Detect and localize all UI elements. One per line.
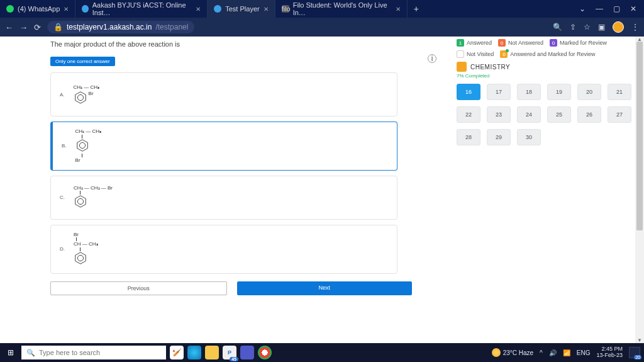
minimize-icon[interactable]: — <box>596 4 603 13</box>
aakash-icon <box>214 5 221 13</box>
question-number-16[interactable]: 16 <box>457 84 480 100</box>
star-icon[interactable]: ☆ <box>584 23 591 31</box>
browser-tab[interactable]: filo Filo Student: World's Only Live In…… <box>275 0 408 18</box>
question-number-18[interactable]: 18 <box>517 84 541 100</box>
question-number-29[interactable]: 29 <box>487 129 511 145</box>
molecule-diagram: CH₂ — CH₃ Br <box>75 128 102 164</box>
file-explorer-icon[interactable] <box>205 346 219 359</box>
question-number-27[interactable]: 27 <box>608 106 631 123</box>
option-b[interactable]: B. CH₂ — CH₃ Br <box>50 122 397 171</box>
question-number-25[interactable]: 25 <box>547 106 571 123</box>
new-tab-button[interactable]: + <box>408 4 425 14</box>
menu-icon[interactable]: ⋮ <box>631 23 639 31</box>
windows-taskbar: ⊞ 🔍 Type here to search 🏏 P45 23°C Haze … <box>0 343 644 362</box>
address-bar: ← → ⟳ 🔒 testplayerv1.aakash.ac.in/testpa… <box>0 18 644 37</box>
question-number-23[interactable]: 23 <box>487 106 511 123</box>
answered-icon: 1 <box>457 39 464 47</box>
browser-tab[interactable]: (4) WhatsApp ✕ <box>0 0 75 18</box>
profile-avatar[interactable] <box>613 21 624 33</box>
browser-titlebar: (4) WhatsApp ✕ Aakash BYJU'S iACST: Onli… <box>0 0 644 18</box>
filo-icon: filo <box>282 5 289 13</box>
question-number-22[interactable]: 22 <box>457 106 480 123</box>
powerpoint-icon[interactable]: P45 <box>223 346 236 359</box>
close-window-icon[interactable]: ✕ <box>630 4 636 13</box>
subject-title: CHEMISTRY <box>470 64 510 71</box>
not-answered-icon: 0 <box>498 39 506 47</box>
share-icon[interactable]: ⇪ <box>570 23 576 31</box>
tab-title: Aakash BYJU'S iACST: Online Inst… <box>92 1 192 16</box>
close-icon[interactable]: ✕ <box>196 6 201 13</box>
legend-label: Not Visited <box>467 51 494 57</box>
legend-label: Marked for Review <box>560 40 607 46</box>
molecule-diagram: CH₂ — CH₂ — Br <box>74 185 113 210</box>
aakash-icon <box>82 5 89 13</box>
svg-point-1 <box>79 142 85 148</box>
maximize-icon[interactable]: ▢ <box>613 4 620 13</box>
search-icon: 🔍 <box>26 349 35 357</box>
question-number-17[interactable]: 17 <box>487 84 511 100</box>
search-placeholder: Type here to search <box>39 349 100 356</box>
close-icon[interactable]: ✕ <box>264 6 269 13</box>
back-icon[interactable]: ← <box>5 23 13 32</box>
question-panel: The major product of the above reaction … <box>0 37 450 343</box>
scroll-thumb[interactable] <box>636 42 643 230</box>
close-icon[interactable]: ✕ <box>396 6 401 13</box>
option-c[interactable]: C. CH₂ — CH₂ — Br <box>50 176 397 220</box>
question-number-19[interactable]: 19 <box>547 84 571 100</box>
chrome-icon[interactable] <box>258 346 272 359</box>
browser-tab-active[interactable]: Test Player ✕ <box>208 0 275 18</box>
option-label: C. <box>60 195 65 200</box>
cortana-icon[interactable]: 🏏 <box>170 346 184 359</box>
taskbar-search[interactable]: 🔍 Type here to search <box>21 346 166 359</box>
scrollbar[interactable]: ▲ ▼ <box>635 37 644 343</box>
panel-icon[interactable]: ▣ <box>598 23 605 31</box>
completion-text: 7% Completed <box>457 73 638 79</box>
question-number-21[interactable]: 21 <box>608 84 631 100</box>
answer-type-badge: Only one correct answer <box>50 57 115 66</box>
question-palette: 1Answered 0Not Answered 0Marked for Revi… <box>450 37 644 343</box>
browser-tab[interactable]: Aakash BYJU'S iACST: Online Inst… ✕ <box>75 0 208 18</box>
option-label: A. <box>60 92 65 98</box>
forward-icon[interactable]: → <box>19 23 28 32</box>
legend-label: Answered <box>467 40 492 46</box>
scroll-down-icon[interactable]: ▼ <box>635 337 644 343</box>
question-text: The major product of the above reaction … <box>50 40 443 48</box>
answered-marked-icon: 0 <box>500 50 508 58</box>
molecule-diagram: Br CH — CH₃ <box>74 232 98 267</box>
legend-label: Answered and Marked for Review <box>510 51 595 57</box>
info-icon[interactable]: i <box>428 54 436 63</box>
whatsapp-icon <box>6 5 14 13</box>
edge-icon[interactable] <box>187 346 201 359</box>
option-d[interactable]: D. Br CH — CH₃ <box>50 225 397 274</box>
clock[interactable]: 2:45 PM 13-Feb-23 <box>596 346 623 359</box>
question-number-24[interactable]: 24 <box>517 106 541 123</box>
search-icon[interactable]: 🔍 <box>553 23 562 31</box>
svg-point-0 <box>77 94 83 100</box>
chevron-up-icon[interactable]: ^ <box>540 349 543 356</box>
language-indicator[interactable]: ENG <box>577 349 591 356</box>
question-number-20[interactable]: 20 <box>577 84 601 100</box>
start-button[interactable]: ⊞ <box>4 346 18 359</box>
reload-icon[interactable]: ⟳ <box>34 23 41 32</box>
weather-widget[interactable]: 23°C Haze <box>492 348 533 357</box>
question-number-28[interactable]: 28 <box>457 129 480 145</box>
weather-text: 23°C Haze <box>503 349 533 356</box>
sun-icon <box>492 348 501 357</box>
notification-icon[interactable] <box>629 347 640 358</box>
tab-title: Test Player <box>225 5 259 13</box>
url-path: /testpanel <box>155 23 188 31</box>
legend-label: Not Answered <box>508 40 543 46</box>
tab-title: Filo Student: World's Only Live In… <box>293 1 392 16</box>
question-number-26[interactable]: 26 <box>577 106 601 123</box>
teams-icon[interactable] <box>240 346 254 359</box>
chevron-down-icon[interactable]: ⌄ <box>579 4 586 13</box>
wifi-icon[interactable]: 📶 <box>563 349 570 356</box>
close-icon[interactable]: ✕ <box>64 6 69 13</box>
option-a[interactable]: A. CH₂ — CH₃ Br <box>50 72 397 116</box>
question-number-30[interactable]: 30 <box>517 129 541 145</box>
next-button[interactable]: Next <box>237 281 413 295</box>
svg-point-2 <box>77 199 83 205</box>
previous-button[interactable]: Previous <box>50 281 227 295</box>
volume-icon[interactable]: 🔊 <box>549 349 557 356</box>
url-field[interactable]: 🔒 testplayerv1.aakash.ac.in/testpanel <box>47 21 194 33</box>
